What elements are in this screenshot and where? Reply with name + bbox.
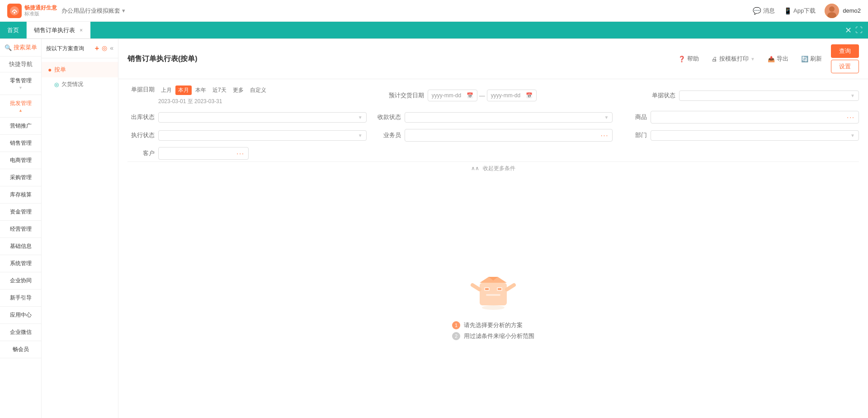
settings-btn[interactable]: 设置 bbox=[831, 60, 859, 73]
empty-state: 1 请先选择要分析的方案 2 用过滤条件来缩小分析范围 bbox=[118, 180, 868, 418]
top-bar-left: 畅捷通好生意 标准版 办公用品行业模拟账套 ▾ bbox=[7, 4, 125, 18]
export-btn[interactable]: 📤 导出 bbox=[764, 53, 792, 65]
sidebar-item-retail[interactable]: 零售管理 ▼ bbox=[0, 72, 41, 95]
collapse-chevron-icon: ∧∧ bbox=[471, 165, 479, 171]
sidebar-item-member-label: 畅会员 bbox=[13, 346, 29, 353]
sidebar-item-inventory[interactable]: 库存核算 bbox=[0, 186, 41, 203]
refresh-btn[interactable]: 🔄 刷新 bbox=[797, 53, 826, 65]
debt-item-label: 欠货情况 bbox=[61, 81, 83, 88]
avatar bbox=[825, 4, 839, 18]
sidebar-item-wechat[interactable]: 企业微信 bbox=[0, 324, 41, 341]
sidebar-item-wholesale[interactable]: 批发管理 ▲ bbox=[0, 95, 41, 117]
print-arrow-icon: ▼ bbox=[750, 57, 755, 62]
sidebar-item-basic-label: 基础信息 bbox=[10, 242, 32, 250]
product-select[interactable]: ··· bbox=[651, 111, 859, 124]
delivery-status-select[interactable]: ▼ bbox=[158, 112, 367, 123]
customer-label: 客户 bbox=[127, 149, 155, 157]
refresh-label: 刷新 bbox=[810, 55, 822, 63]
message-btn[interactable]: 💬 消息 bbox=[753, 7, 775, 15]
left-panel-add-btn[interactable]: + bbox=[95, 44, 99, 52]
search-btn[interactable]: 查询 bbox=[831, 44, 859, 58]
doc-status-select[interactable]: ▼ bbox=[679, 90, 859, 101]
exec-status-select[interactable]: ▼ bbox=[158, 130, 367, 141]
export-label: 导出 bbox=[777, 55, 788, 63]
left-panel-item-debt[interactable]: ◎ 欠货情况 bbox=[42, 77, 118, 91]
doc-status-label: 单据状态 bbox=[648, 91, 675, 100]
sidebar-item-enterprise[interactable]: 企业协同 bbox=[0, 272, 41, 289]
close-window-icon[interactable]: ✕ bbox=[845, 25, 852, 35]
phone-icon: 📱 bbox=[784, 7, 792, 14]
tab-close-icon[interactable]: × bbox=[80, 27, 83, 33]
page-header: 销售订单执行表(按单) ❓ 帮助 🖨 按模板打印 ▼ 📤 导出 🔄 刷新 bbox=[118, 39, 868, 79]
collapse-label: 收起更多条件 bbox=[483, 165, 515, 171]
tab-home[interactable]: 首页 bbox=[0, 22, 27, 38]
left-panel-header-actions: + ◎ « bbox=[95, 44, 113, 52]
left-panel-header: 按以下方案查询 + ◎ « bbox=[42, 39, 118, 58]
sidebar-wholesale-arrow-icon: ▲ bbox=[19, 108, 23, 113]
user-area[interactable]: demo2 bbox=[825, 4, 861, 18]
sidebar-item-basic[interactable]: 基础信息 bbox=[0, 238, 41, 255]
search-settings-group: 查询 设置 bbox=[831, 44, 859, 73]
sidebar-item-ecommerce[interactable]: 电商管理 bbox=[0, 152, 41, 169]
sidebar-section-newbie: 新手引导 bbox=[0, 290, 41, 307]
left-panel-collapse-btn[interactable]: « bbox=[110, 44, 113, 52]
dept-label: 部门 bbox=[620, 131, 647, 139]
salesperson-select[interactable]: ··· bbox=[405, 129, 613, 142]
date-filter-content: 上月 本月 本年 近7天 更多 自定义 2023-03-01 至 2023-03… bbox=[158, 86, 269, 105]
sidebar-item-system[interactable]: 系统管理 bbox=[0, 255, 41, 272]
print-label: 按模板打印 bbox=[719, 55, 749, 63]
help-btn[interactable]: ❓ 帮助 bbox=[675, 53, 703, 65]
date-tab-7days[interactable]: 近7天 bbox=[210, 86, 229, 95]
date-tab-more[interactable]: 更多 bbox=[230, 86, 246, 95]
sidebar-section-enterprise: 企业协同 bbox=[0, 272, 41, 290]
expected-date-start-input[interactable]: yyyy-mm-dd 📅 bbox=[428, 90, 477, 101]
sidebar-item-appstore[interactable]: 应用中心 bbox=[0, 307, 41, 323]
left-panel-edit-btn[interactable]: ◎ bbox=[102, 44, 107, 52]
help-label: 帮助 bbox=[687, 55, 699, 63]
sidebar-section-inventory: 库存核算 bbox=[0, 186, 41, 204]
customer-select[interactable]: ··· bbox=[158, 147, 249, 160]
app-download-btn[interactable]: 📱 App下载 bbox=[784, 7, 816, 15]
sidebar-item-inventory-label: 库存核算 bbox=[10, 191, 32, 199]
exec-status-arrow-icon: ▼ bbox=[358, 133, 363, 138]
collapse-conditions-btn[interactable]: ∧∧ 收起更多条件 bbox=[127, 162, 859, 175]
sidebar-search[interactable]: 🔍 搜索菜单 bbox=[0, 39, 41, 57]
sidebar-section-sales: 销售管理 bbox=[0, 135, 41, 152]
print-btn[interactable]: 🖨 按模板打印 ▼ bbox=[708, 53, 759, 65]
filter-row-3: 执行状态 ▼ 业务员 ··· 部门 ▼ bbox=[127, 129, 859, 142]
date-tab-custom[interactable]: 自定义 bbox=[247, 86, 269, 95]
breadcrumb-arrow-icon[interactable]: ▾ bbox=[122, 7, 125, 14]
sidebar-item-newbie[interactable]: 新手引导 bbox=[0, 290, 41, 306]
filter-row-1: 单据日期 上月 本月 本年 近7天 更多 自定义 2023-03-01 至 20… bbox=[127, 86, 859, 105]
print-icon: 🖨 bbox=[712, 56, 717, 62]
sidebar-section-retail: 零售管理 ▼ bbox=[0, 72, 41, 95]
home-tab-label: 首页 bbox=[7, 26, 19, 34]
sidebar-section-wechat: 企业微信 bbox=[0, 324, 41, 341]
sidebar-item-purchase-label: 采购管理 bbox=[10, 174, 32, 181]
sidebar-quick-nav[interactable]: 快捷导航 bbox=[0, 57, 41, 72]
sidebar-item-retail-label: 零售管理 bbox=[10, 77, 32, 85]
doc-status-arrow-icon: ▼ bbox=[850, 93, 855, 98]
tab-sales-order[interactable]: 销售订单执行表 × bbox=[27, 22, 90, 38]
user-name: demo2 bbox=[843, 7, 861, 14]
date-tab-this-year[interactable]: 本年 bbox=[193, 86, 209, 95]
exec-status-filter: 执行状态 ▼ bbox=[127, 130, 367, 141]
sidebar-item-sales[interactable]: 销售管理 bbox=[0, 135, 41, 152]
sidebar-item-appstore-label: 应用中心 bbox=[10, 311, 32, 319]
salesperson-dots-icon: ··· bbox=[601, 132, 609, 139]
dept-arrow-icon: ▼ bbox=[850, 133, 855, 138]
left-panel-item-order[interactable]: ● 按单 bbox=[42, 62, 118, 77]
date-tab-last-month[interactable]: 上月 bbox=[158, 86, 175, 95]
sidebar-item-marketing[interactable]: 营销推广 bbox=[0, 118, 41, 134]
logo-icon bbox=[7, 4, 22, 18]
left-panel: 按以下方案查询 + ◎ « ● 按单 ◎ 欠货情况 bbox=[42, 39, 118, 418]
maximize-icon[interactable]: ⛶ bbox=[855, 26, 863, 34]
date-tab-this-month[interactable]: 本月 bbox=[175, 86, 192, 95]
sidebar-item-operation[interactable]: 经营管理 bbox=[0, 221, 41, 238]
expected-date-end-input[interactable]: yyyy-mm-dd 📅 bbox=[487, 90, 537, 101]
payment-status-select[interactable]: ▼ bbox=[405, 112, 613, 123]
sidebar-item-purchase[interactable]: 采购管理 bbox=[0, 169, 41, 186]
dept-select[interactable]: ▼ bbox=[651, 130, 859, 141]
sidebar-item-member[interactable]: 畅会员 bbox=[0, 341, 41, 358]
sidebar-item-finance[interactable]: 资金管理 bbox=[0, 204, 41, 220]
